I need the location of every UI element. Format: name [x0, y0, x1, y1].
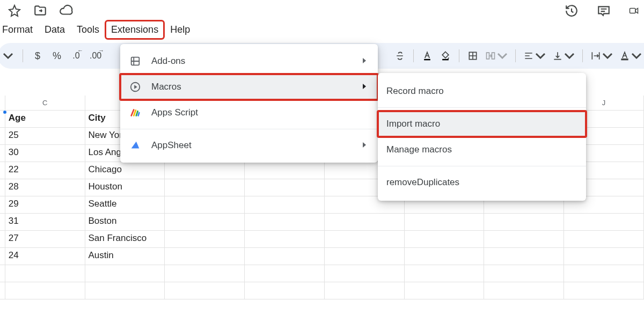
menu-item-label: Import macro: [386, 119, 440, 129]
col-header[interactable]: [0, 96, 5, 110]
svg-rect-4: [621, 59, 628, 60]
toolbar-separator: [23, 49, 23, 62]
table-row[interactable]: [0, 265, 644, 282]
vertical-align-button[interactable]: [550, 48, 577, 64]
menu-item-label: removeDuplicates: [386, 177, 459, 188]
more-toolbar-dropdown[interactable]: [0, 48, 16, 64]
toolbar-separator: [413, 49, 414, 62]
menu-data[interactable]: Data: [39, 21, 70, 39]
extensions-dropdown: Add-ons Macros Apps Script AppSheet: [120, 44, 378, 163]
toolbar-separator: [515, 49, 516, 62]
meet-icon[interactable]: [629, 4, 639, 18]
borders-button[interactable]: [465, 48, 481, 64]
menu-addons[interactable]: Add-ons: [120, 48, 378, 74]
menu-help[interactable]: Help: [165, 21, 195, 39]
menu-tools[interactable]: Tools: [71, 21, 105, 39]
menu-separator: [378, 107, 586, 108]
increase-decimal-button[interactable]: .00→: [87, 48, 104, 64]
menu-separator: [378, 166, 586, 166]
move-to-folder-icon[interactable]: [33, 4, 47, 18]
table-row[interactable]: 27San Francisco: [0, 231, 644, 248]
menu-macros[interactable]: Macros: [120, 74, 378, 100]
percent-button[interactable]: %: [49, 48, 65, 64]
text-wrap-button[interactable]: [588, 48, 615, 64]
menu-item-label: Manage macros: [386, 144, 452, 155]
menu-apps-script[interactable]: Apps Script: [120, 100, 378, 126]
menu-custom-macro[interactable]: removeDuplicates: [378, 170, 586, 195]
menu-item-label: Apps Script: [151, 107, 198, 118]
horizontal-align-button[interactable]: [521, 48, 548, 64]
strikethrough-button[interactable]: [392, 48, 408, 64]
macros-icon: [129, 81, 142, 93]
currency-button[interactable]: $: [30, 48, 46, 64]
menu-item-label: Macros: [151, 82, 181, 92]
svg-rect-1: [424, 59, 430, 61]
toolbar-separator: [582, 49, 583, 62]
submenu-arrow-icon: [362, 140, 367, 151]
apps-script-icon: [129, 107, 142, 119]
svg-rect-0: [630, 9, 636, 13]
table-row[interactable]: 31Boston: [0, 214, 644, 231]
menu-item-label: Add-ons: [151, 56, 185, 67]
decrease-decimal-button[interactable]: .0←: [68, 48, 84, 64]
menubar: Format Data Tools Extensions Help: [0, 21, 644, 43]
menu-extensions[interactable]: Extensions: [106, 21, 164, 39]
selection-handle[interactable]: [3, 110, 7, 114]
fill-color-button[interactable]: [437, 48, 453, 64]
toolbar-separator: [459, 49, 459, 62]
macros-submenu: Record macro Import macro Manage macros …: [378, 73, 586, 201]
svg-rect-2: [442, 59, 449, 61]
text-color-button[interactable]: [419, 48, 435, 64]
menu-manage-macros[interactable]: Manage macros: [378, 137, 586, 163]
menu-separator: [120, 129, 378, 129]
menu-item-label: Record macro: [386, 86, 444, 97]
submenu-arrow-icon: [362, 82, 367, 92]
menu-record-macro[interactable]: Record macro: [378, 78, 586, 104]
table-row[interactable]: 24Austin: [0, 248, 644, 265]
addons-icon: [129, 55, 142, 67]
star-icon[interactable]: [8, 4, 21, 18]
history-icon[interactable]: [565, 4, 579, 18]
merge-cells-button[interactable]: [483, 48, 510, 64]
submenu-arrow-icon: [362, 56, 367, 67]
menu-item-label: AppSheet: [151, 140, 192, 151]
menu-appsheet[interactable]: AppSheet: [120, 133, 378, 158]
menu-import-macro[interactable]: Import macro: [378, 111, 586, 137]
cell: Age: [5, 111, 85, 127]
text-rotation-button[interactable]: [617, 48, 644, 64]
appsheet-icon: [129, 140, 142, 151]
comments-icon[interactable]: [597, 4, 611, 18]
menu-format[interactable]: Format: [0, 21, 38, 39]
cloud-status-icon[interactable]: [59, 4, 73, 18]
titlebar: [0, 0, 644, 21]
table-row[interactable]: [0, 282, 644, 299]
col-header[interactable]: C: [5, 96, 85, 110]
